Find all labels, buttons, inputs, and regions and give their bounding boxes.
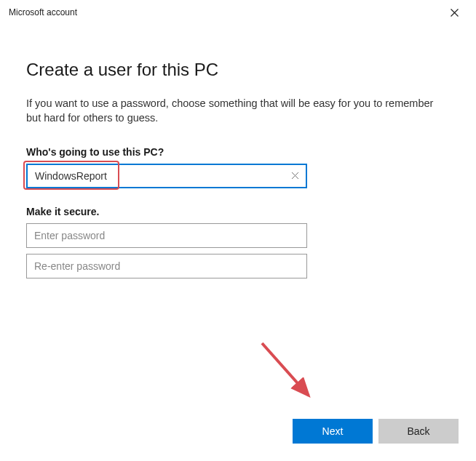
- close-icon: [451, 9, 459, 17]
- titlebar: Microsoft account: [0, 0, 476, 25]
- close-button[interactable]: [438, 1, 470, 23]
- x-icon: [291, 172, 299, 180]
- content-area: Create a user for this PC If you want to…: [0, 25, 476, 278]
- footer-buttons: Next Back: [293, 419, 459, 444]
- password-input[interactable]: [26, 223, 307, 248]
- back-button[interactable]: Back: [378, 419, 459, 444]
- username-field-wrap: [26, 164, 450, 188]
- password-section-label: Make it secure.: [26, 206, 450, 217]
- clear-input-button[interactable]: [288, 170, 301, 182]
- window-title: Microsoft account: [9, 7, 77, 17]
- username-label: Who's going to use this PC?: [26, 146, 450, 158]
- password-confirm-input[interactable]: [26, 254, 307, 278]
- svg-line-0: [262, 343, 309, 396]
- next-button[interactable]: Next: [293, 419, 373, 444]
- annotation-arrow: [256, 337, 322, 410]
- page-description: If you want to use a password, choose so…: [26, 96, 434, 126]
- page-title: Create a user for this PC: [26, 60, 450, 80]
- username-input[interactable]: [26, 164, 307, 188]
